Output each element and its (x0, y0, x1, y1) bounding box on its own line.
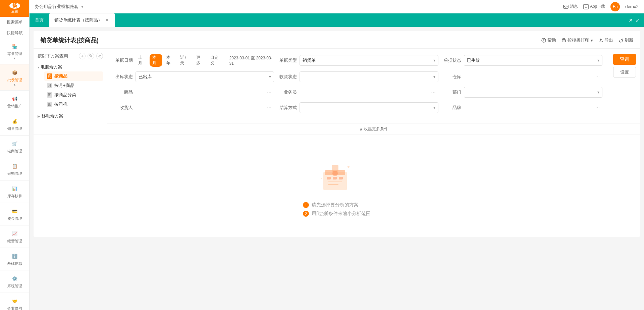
scheme-product-icon: 商 (47, 73, 52, 79)
filter-field-department: 部门 ▾ (442, 87, 602, 98)
basic-icon: ℹ️ (11, 252, 19, 260)
warehouse-input[interactable]: ··· (464, 71, 602, 82)
message-label: 消息 (570, 4, 578, 9)
filter-row-1: 单据日期 上月 本月 本年 近7天 更多 自定义 (114, 54, 602, 67)
sidebar-item-operations[interactable]: 📈 经营管理 (0, 225, 29, 248)
purchase-icon: 📋 (11, 162, 19, 170)
sidebar-item-system[interactable]: ⚙️ 系统管理 (0, 270, 29, 293)
department-select[interactable]: ▾ (464, 87, 602, 98)
sidebar-quicknav-label: 快捷导航 (7, 31, 23, 35)
tree-child-desktop: 商 按商品 月 按月+商品 图 按商品分类 (38, 71, 103, 109)
date-tab-7days[interactable]: 近7天 (177, 54, 192, 67)
tab-close-button[interactable]: ✕ (104, 17, 110, 23)
scheme-by-month-product[interactable]: 月 按月+商品 (44, 81, 103, 90)
filter-field-doc-status: 单据状态 已生效 ▾ (442, 55, 602, 66)
sidebar-item-sales[interactable]: 💰 销售管理 (0, 113, 29, 136)
filter-field-receiver: 收货人 ··· (114, 102, 274, 113)
scheme-add-button[interactable]: + (79, 53, 86, 59)
doc-status-select[interactable]: 已生效 ▾ (464, 55, 602, 66)
scheme-by-category[interactable]: 图 按商品分类 (44, 90, 103, 100)
sidebar-item-finance[interactable]: 💳 资金管理 (0, 203, 29, 225)
header-dropdown-icon[interactable]: ▾ (81, 4, 84, 9)
tree-node-mobile[interactable]: ▶ 移动端方案 (38, 112, 103, 120)
sidebar-item-marketing[interactable]: 📢 营销推广 (0, 91, 29, 113)
help-button[interactable]: 帮助 (541, 37, 556, 43)
empty-illustration (317, 155, 357, 195)
user-name[interactable]: demo2 (625, 4, 639, 9)
logo-text: 标账 (11, 9, 18, 14)
tab-close-all-button[interactable]: ✕ (629, 17, 633, 23)
sidebar-item-inventory[interactable]: 📊 库存核算 (0, 180, 29, 203)
header-title: 办公用品行业模拟账套 (35, 4, 78, 10)
tab-maximize-button[interactable]: ⤢ (636, 17, 640, 23)
salesperson-label: 业务员 (278, 89, 297, 95)
filter-form: 单据日期 上月 本月 本年 近7天 更多 自定义 (107, 49, 609, 123)
scheme-by-product[interactable]: 商 按商品 (44, 71, 103, 81)
scheme-product-label: 按商品 (54, 73, 67, 79)
export-button[interactable]: 导出 (598, 37, 613, 43)
sidebar-item-wholesale[interactable]: 📦 批发管理 ▴ (0, 64, 29, 91)
settings-button[interactable]: 设置 (613, 67, 636, 78)
scheme-panel: 按以下方案查询 + ✎ « ▾ 电脑端方案 (34, 49, 107, 135)
sidebar-item-search[interactable]: 搜索菜单 (0, 17, 29, 28)
payment-select[interactable]: ▾ (300, 102, 438, 113)
scheme-by-machine[interactable]: 图 按司机 (44, 100, 103, 109)
product-dots[interactable]: ··· (267, 89, 271, 95)
sidebar: 畅 标账 搜索菜单 快捷导航 🏪 零售管理 ▾ 📦 批发管理 ▴ 📢 营销推广 … (0, 0, 30, 310)
enterprise-icon: 🤝 (11, 297, 19, 305)
svg-rect-9 (333, 177, 337, 179)
filter-field-doc-type: 单据类型 销货单 ▾ (278, 55, 438, 66)
salesperson-input[interactable]: ··· (300, 87, 438, 98)
date-tab-last-month[interactable]: 上月 (136, 54, 148, 67)
collect-status-select[interactable]: ▾ (300, 71, 438, 82)
date-label: 单据日期 (114, 57, 133, 63)
header-right: 消息 App下载 Ea demo2 (563, 2, 639, 11)
scheme-edit-button[interactable]: ✎ (88, 53, 94, 59)
tree-desktop-label: 电脑端方案 (41, 64, 62, 70)
sidebar-item-basic[interactable]: ℹ️ 基础信息 (0, 248, 29, 270)
query-button[interactable]: 查询 (613, 54, 636, 65)
tab-home[interactable]: 首页 (30, 13, 49, 27)
message-button[interactable]: 消息 (563, 4, 578, 9)
action-buttons: 查询 设置 (609, 49, 640, 123)
receiver-input[interactable]: ··· (136, 102, 274, 113)
sidebar-item-enterprise[interactable]: 🤝 企业协同 (0, 293, 29, 310)
brand-dots[interactable]: ··· (595, 105, 600, 111)
app-download-button[interactable]: App下载 (583, 4, 605, 9)
out-status-value: 已出库 (139, 74, 152, 80)
tree-node-desktop[interactable]: ▾ 电脑端方案 (38, 63, 103, 71)
out-status-arrow: ▾ (269, 74, 271, 79)
filter-row-4: 收货人 ··· 结算方式 (114, 102, 602, 113)
out-status-select[interactable]: 已出库 ▾ (136, 71, 274, 82)
salesperson-dots[interactable]: ··· (431, 89, 435, 95)
sidebar-item-quicknav[interactable]: 快捷导航 (0, 28, 29, 38)
brand-input[interactable]: ··· (464, 102, 602, 113)
product-input[interactable]: ··· (136, 87, 274, 98)
date-tab-custom[interactable]: 自定义 (208, 54, 224, 67)
sidebar-item-ecommerce[interactable]: 🛒 电商管理 (0, 136, 29, 158)
tip-1-text: 请先选择要分析的方案 (312, 202, 359, 208)
tab-sales-stat[interactable]: 销货单统计表（按商品） ✕ (49, 13, 115, 27)
receiver-dots[interactable]: ··· (267, 105, 271, 111)
collapse-bar[interactable]: ∧ 收起更多条件 (107, 123, 640, 135)
print-dropdown-icon[interactable]: ▾ (591, 38, 593, 43)
print-button[interactable]: 按模板打印 ▾ (561, 37, 593, 43)
system-label: 系统管理 (7, 283, 22, 289)
sidebar-item-purchase[interactable]: 📋 采购管理 (0, 158, 29, 180)
tree-expand-icon: ▾ (38, 65, 39, 69)
warehouse-dots[interactable]: ··· (595, 74, 600, 80)
tab-bar: 首页 销货单统计表（按商品） ✕ ✕ ⤢ (30, 13, 644, 27)
empty-tips: 1 请先选择要分析的方案 2 用[过滤]条件来缩小分析范围 (303, 202, 371, 217)
inventory-label: 库存核算 (7, 194, 22, 199)
doc-type-select[interactable]: 销货单 ▾ (300, 55, 438, 66)
inventory-icon: 📊 (11, 185, 19, 193)
sidebar-item-retail[interactable]: 🏪 零售管理 ▾ (0, 38, 29, 64)
date-tab-more[interactable]: 更多 (194, 54, 206, 67)
title-actions: 帮助 按模板打印 ▾ 导出 (541, 37, 633, 43)
filter-field-date: 单据日期 上月 本月 本年 近7天 更多 自定义 (114, 54, 274, 67)
date-tab-this-year[interactable]: 本年 (164, 54, 176, 67)
date-tab-this-month[interactable]: 本月 (150, 54, 162, 67)
scheme-collapse-button[interactable]: « (96, 53, 103, 59)
refresh-button[interactable]: 刷新 (619, 37, 633, 43)
department-arrow: ▾ (597, 90, 599, 95)
